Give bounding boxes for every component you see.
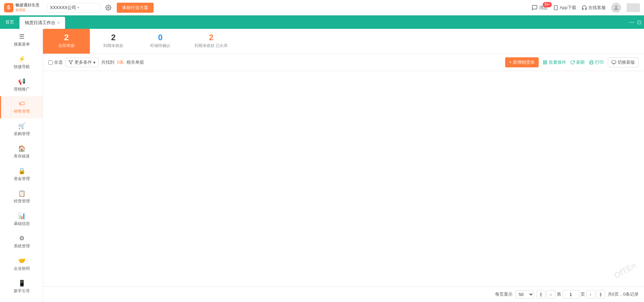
filter-arrow: ▾: [93, 60, 96, 65]
stat-num-all: 2: [64, 33, 68, 42]
page-last-button[interactable]: ⟫: [596, 290, 605, 299]
stat-tab-overdue[interactable]: 2 到期未收款: [90, 29, 137, 54]
sidebar-item-marketing[interactable]: 📢 营销推广: [0, 74, 43, 96]
total-info: 共0页，0条记录: [608, 291, 639, 297]
logo-tag: 标准版: [15, 8, 40, 12]
svg-marker-4: [69, 61, 73, 64]
shortcut-icon: ⚡: [18, 55, 25, 63]
sidebar-item-collab[interactable]: 🤝 企业协同: [0, 253, 43, 276]
toolbar-right: + 新增销货单 批量操作 刷新 打印: [505, 57, 639, 67]
stat-tab-overdue-shipped[interactable]: 2 到期未收款 已出库: [184, 29, 238, 54]
top-right: 消息 99+ App下载 在线客服: [532, 3, 640, 13]
sidebar-item-search[interactable]: ☰ 搜索菜单: [0, 29, 43, 51]
print-label: 打印: [595, 59, 604, 65]
sidebar-label-shortcut: 快捷导航: [14, 64, 30, 70]
stat-num-overdue-shipped: 2: [209, 33, 213, 42]
tab-bar: 首页 钱货日清工作台 × — ⊡: [0, 15, 644, 29]
stats-tabs: 2 全部单据 2 到期未收款 0 旺铺待确认 2 到期未收款 已出库: [43, 29, 644, 54]
sidebar-label-system: 系统管理: [14, 243, 30, 249]
sidebar-item-sales[interactable]: 🏷 销售管理: [0, 96, 43, 118]
print-button[interactable]: 打印: [589, 59, 604, 65]
tab-maximize-button[interactable]: ⊡: [637, 19, 641, 25]
switch-icon: [611, 60, 616, 65]
collab-icon: 🤝: [18, 257, 25, 264]
sidebar: ☰ 搜索菜单 ⚡ 快捷导航 📢 营销推广 🏷 销售管理 🛒 采购管理 🏠 库存核…: [0, 29, 43, 302]
page-label: 第: [557, 291, 561, 297]
settings-button[interactable]: [103, 3, 113, 13]
new-sale-button[interactable]: + 新增销货单: [505, 57, 539, 67]
svg-rect-9: [590, 63, 593, 64]
sidebar-label-purchase: 采购管理: [14, 131, 30, 137]
batch-action-button[interactable]: 批量操作: [543, 59, 566, 65]
table-area: [43, 71, 644, 286]
switch-label: 切换新版: [618, 59, 635, 65]
svg-rect-5: [543, 61, 545, 62]
sidebar-item-appstore[interactable]: 📦 应用中心: [0, 298, 43, 302]
user-avatar[interactable]: [611, 3, 621, 13]
svg-rect-10: [612, 61, 616, 63]
stat-label-pending: 旺铺待确认: [150, 43, 170, 49]
main-layout: ☰ 搜索菜单 ⚡ 快捷导航 📢 营销推广 🏷 销售管理 🛒 采购管理 🏠 库存核…: [0, 29, 644, 302]
stat-tab-pending[interactable]: 0 旺铺待确认: [137, 29, 184, 54]
sidebar-label-sales: 销售管理: [14, 109, 30, 114]
sidebar-item-system[interactable]: ⚙ 系统管理: [0, 231, 43, 253]
stat-tab-all[interactable]: 2 全部单据: [43, 29, 90, 54]
sidebar-label-marketing: 营销推广: [14, 86, 30, 92]
sidebar-label-search: 搜索菜单: [14, 42, 30, 47]
page-first-button[interactable]: ⟪: [537, 290, 545, 299]
found-suffix: 相关单据: [126, 59, 144, 65]
stat-label-all: 全部单据: [58, 43, 74, 49]
company-selector[interactable]: XXXXXX公司 ▾: [47, 3, 101, 12]
tab-home[interactable]: 首页: [0, 15, 19, 29]
sidebar-item-finance[interactable]: 🔒 资金管理: [0, 163, 43, 186]
page-prev-button[interactable]: ‹: [547, 290, 555, 299]
sales-icon: 🏷: [19, 100, 25, 107]
logo-area: 6 畅捷通好生意 标准版: [4, 3, 47, 13]
trial-button[interactable]: 体验行业方案: [117, 3, 154, 13]
marketing-icon: 📢: [18, 78, 25, 85]
app-download-button[interactable]: App下载: [553, 5, 576, 11]
company-dropdown-arrow: ▾: [77, 6, 79, 9]
select-all-checkbox[interactable]: 全选: [48, 59, 63, 65]
page-input[interactable]: [562, 290, 579, 299]
svg-rect-8: [545, 63, 547, 64]
online-service-button[interactable]: 在线客服: [582, 5, 606, 11]
tab-bar-actions: — ⊡: [629, 19, 644, 25]
stat-num-pending: 0: [158, 33, 162, 42]
page-nav: ⟪ ‹ 第 页 › ⟫: [537, 290, 605, 299]
tab-home-label: 首页: [5, 19, 14, 25]
message-button[interactable]: 消息 99+: [532, 5, 548, 11]
batch-label: 批量操作: [549, 59, 566, 65]
sidebar-item-shortcut[interactable]: ⚡ 快捷导航: [0, 51, 43, 74]
pagination-bar: 每页显示 50 100 200 ⟪ ‹ 第 页 › ⟫ 共0页，0条记录: [43, 286, 644, 302]
switch-version-button[interactable]: 切换新版: [608, 57, 639, 67]
batch-icon: [543, 60, 547, 65]
sidebar-item-purchase[interactable]: 🛒 采购管理: [0, 118, 43, 141]
refresh-label: 刷新: [576, 59, 585, 65]
tab-minimize-button[interactable]: —: [629, 19, 634, 25]
select-all-label: 全选: [54, 59, 63, 65]
sidebar-label-collab: 企业协同: [14, 266, 30, 271]
sidebar-item-guide[interactable]: 📱 新手引导: [0, 276, 43, 298]
tab-work-close[interactable]: ×: [57, 20, 60, 25]
sidebar-label-basic: 基础信息: [14, 221, 30, 227]
sidebar-item-basic[interactable]: 📊 基础信息: [0, 208, 43, 231]
app-download-label: App下载: [560, 5, 576, 11]
toolbar: 全选 更多条件 ▾ 共找到 0条 相关单据 + 新增销货单: [43, 54, 644, 71]
sidebar-label-guide: 新手引导: [14, 288, 30, 294]
refresh-button[interactable]: 刷新: [570, 59, 585, 65]
print-icon: [589, 60, 594, 65]
tab-work[interactable]: 钱货日清工作台 ×: [19, 17, 65, 29]
sidebar-item-inventory[interactable]: 🏠 库存核算: [0, 141, 43, 163]
filter-button[interactable]: 更多条件 ▾: [65, 58, 99, 67]
tab-work-label: 钱货日清工作台: [25, 20, 55, 26]
page-next-button[interactable]: ›: [586, 290, 595, 299]
select-all-input[interactable]: [48, 60, 53, 65]
refresh-icon: [570, 60, 575, 65]
search-menu-icon: ☰: [19, 33, 24, 40]
sidebar-item-operation[interactable]: 📋 经营管理: [0, 186, 43, 208]
sidebar-label-operation: 经营管理: [14, 198, 30, 204]
filter-label: 更多条件: [74, 59, 92, 65]
per-page-select[interactable]: 50 100 200: [515, 290, 534, 299]
stat-label-overdue: 到期未收款: [103, 43, 123, 49]
